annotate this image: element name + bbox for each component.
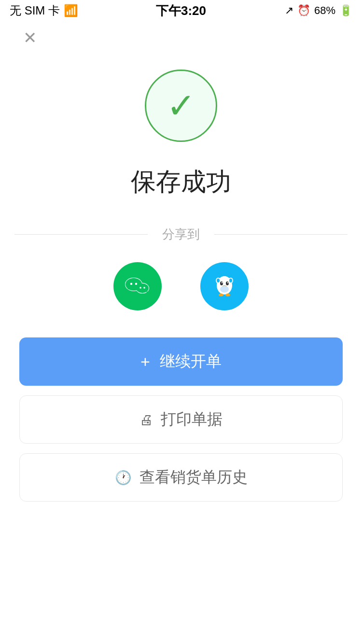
share-section: 分享到 xyxy=(0,226,362,310)
clock-icon: 🕐 xyxy=(115,470,132,486)
status-left: 无 SIM 卡 📶 xyxy=(10,3,78,18)
checkmark-icon: ✓ xyxy=(167,88,195,123)
wechat-share-button[interactable] xyxy=(113,262,162,310)
svg-point-4 xyxy=(130,283,132,285)
alarm-icon: ⏰ xyxy=(297,4,310,17)
history-label: 查看销货单历史 xyxy=(139,467,248,488)
svg-point-11 xyxy=(222,282,223,283)
battery-icon: 🔋 xyxy=(339,4,352,17)
svg-point-12 xyxy=(227,282,228,283)
print-label: 打印单据 xyxy=(161,409,223,430)
svg-point-16 xyxy=(225,294,230,296)
success-title: 保存成功 xyxy=(131,165,231,199)
plus-icon: + xyxy=(140,352,150,371)
continue-order-label: 继续开单 xyxy=(160,351,222,372)
svg-point-19 xyxy=(217,279,220,282)
status-bar: 无 SIM 卡 📶 下午3:20 ↗ ⏰ 68% 🔋 xyxy=(0,0,362,21)
print-icon: 🖨 xyxy=(139,412,153,428)
status-time: 下午3:20 xyxy=(156,2,206,19)
qq-share-button[interactable] xyxy=(200,262,249,310)
svg-point-20 xyxy=(229,279,232,282)
svg-point-15 xyxy=(219,294,223,296)
main-content: ✓ 保存成功 分享到 xyxy=(0,21,362,502)
share-icons xyxy=(113,262,249,310)
svg-point-9 xyxy=(220,281,223,285)
history-button[interactable]: 🕐 查看销货单历史 xyxy=(19,453,343,502)
svg-point-5 xyxy=(135,283,137,285)
share-label: 分享到 xyxy=(162,226,200,243)
close-button[interactable]: ✕ xyxy=(19,27,41,48)
wifi-icon: 📶 xyxy=(64,4,78,17)
location-icon: ↗ xyxy=(285,4,293,17)
svg-point-14 xyxy=(220,286,229,293)
qq-icon xyxy=(210,272,239,301)
close-icon: ✕ xyxy=(23,28,37,47)
svg-point-7 xyxy=(143,287,145,289)
share-divider: 分享到 xyxy=(0,226,362,243)
wechat-icon xyxy=(123,272,152,301)
action-buttons: + 继续开单 🖨 打印单据 🕐 查看销货单历史 xyxy=(0,337,362,502)
svg-point-6 xyxy=(139,287,141,289)
battery-level: 68% xyxy=(314,4,335,17)
print-button[interactable]: 🖨 打印单据 xyxy=(19,395,343,444)
svg-point-10 xyxy=(226,281,229,285)
continue-order-button[interactable]: + 继续开单 xyxy=(19,337,343,386)
sim-status: 无 SIM 卡 xyxy=(10,3,60,18)
success-circle: ✓ xyxy=(145,70,217,142)
status-right: ↗ ⏰ 68% 🔋 xyxy=(285,4,352,17)
